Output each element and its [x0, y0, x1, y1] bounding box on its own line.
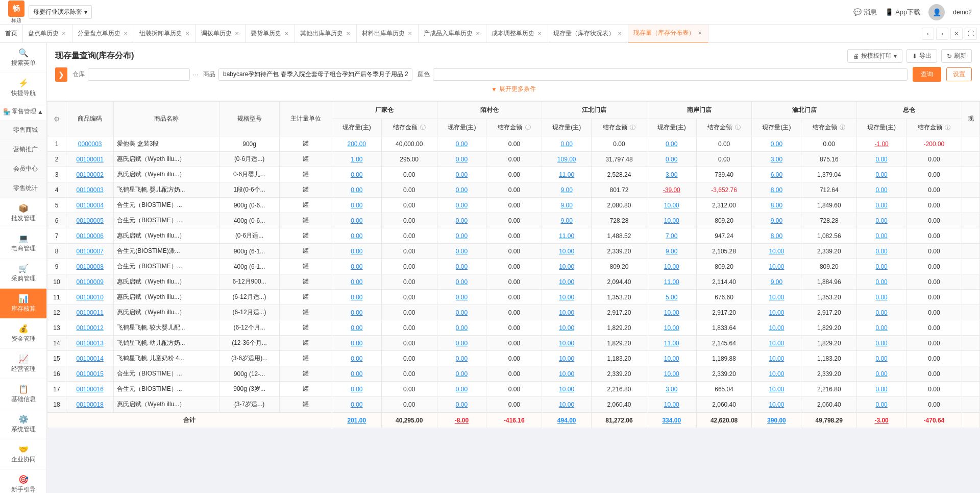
- cell-factory-qty[interactable]: 0.00: [332, 228, 381, 244]
- cell-total-qty[interactable]: 0.00: [857, 244, 906, 259]
- search-btn[interactable]: 查询: [913, 67, 941, 82]
- username[interactable]: demo2: [953, 9, 972, 16]
- cell-mucun-qty[interactable]: 0.00: [437, 167, 486, 182]
- cell-code[interactable]: 00100015: [66, 366, 114, 382]
- cell-total-qty[interactable]: 0.00: [857, 182, 906, 198]
- color-input[interactable]: [433, 68, 908, 81]
- cell-factory-qty[interactable]: 0.00: [332, 290, 381, 305]
- cell-factory-qty[interactable]: 0.00: [332, 274, 381, 290]
- cell-code[interactable]: 00100004: [66, 198, 114, 213]
- tab-requisition[interactable]: 要货单历史 ✕: [246, 25, 295, 43]
- tab-inventory-status-close[interactable]: ✕: [617, 30, 623, 37]
- cell-code[interactable]: 00100018: [66, 397, 114, 413]
- cell-total-qty[interactable]: 0.00: [857, 290, 906, 305]
- cell-yubei-qty[interactable]: 10.00: [752, 259, 801, 274]
- tab-production-close[interactable]: ✕: [475, 30, 481, 37]
- cell-total-qty[interactable]: 0.00: [857, 351, 906, 366]
- cell-yubei-qty[interactable]: 10.00: [752, 382, 801, 397]
- tab-production[interactable]: 产成品入库单历史 ✕: [419, 25, 486, 43]
- message-btn[interactable]: 💬 消息: [853, 8, 877, 17]
- cell-jiangbei-qty[interactable]: 10.00: [542, 382, 592, 397]
- tabs-next-btn[interactable]: ›: [936, 28, 948, 40]
- cell-jiangbei-qty[interactable]: 10.00: [542, 290, 592, 305]
- print-btn[interactable]: 🖨 按模板打印 ▾: [847, 49, 902, 63]
- tab-materialout[interactable]: 材料出库单历史 ✕: [357, 25, 419, 43]
- cell-nanan-qty[interactable]: 0.00: [647, 136, 696, 152]
- cell-yubei-qty[interactable]: 10.00: [752, 320, 801, 336]
- cell-jiangbei-qty[interactable]: 9.00: [542, 182, 592, 198]
- cell-jiangbei-qty[interactable]: 10.00: [542, 244, 592, 259]
- cell-yubei-qty[interactable]: 10.00: [752, 336, 801, 351]
- summary-total-qty[interactable]: -3.00: [857, 412, 906, 428]
- cell-jiangbei-qty[interactable]: 10.00: [542, 351, 592, 366]
- user-avatar[interactable]: 👤: [928, 4, 945, 20]
- cell-jiangbei-qty[interactable]: 0.00: [542, 136, 592, 152]
- sidebar-item-marketing[interactable]: 营销推广: [0, 140, 46, 159]
- cell-factory-qty[interactable]: 0.00: [332, 167, 381, 182]
- cell-factory-qty[interactable]: 0.00: [332, 397, 381, 413]
- factory-amt-info[interactable]: ⓘ: [420, 124, 426, 130]
- cell-nanan-qty[interactable]: 10.00: [647, 366, 696, 382]
- cell-code[interactable]: 00100003: [66, 182, 114, 198]
- cell-yubei-qty[interactable]: 8.00: [752, 198, 801, 213]
- cell-mucun-qty[interactable]: 0.00: [437, 366, 486, 382]
- cell-jiangbei-qty[interactable]: 10.00: [542, 336, 592, 351]
- yubei-amt-info[interactable]: ⓘ: [840, 124, 845, 130]
- sidebar-item-search[interactable]: 🔍 搜索英单: [0, 43, 46, 73]
- cell-mucun-qty[interactable]: 0.00: [437, 198, 486, 213]
- table-wrapper[interactable]: ⚙ 商品编码 商品名称 规格型号 主计量单位 厂家仓 陌村仓 江北门店 南岸门店…: [47, 101, 980, 428]
- cell-nanan-qty[interactable]: 7.00: [647, 228, 696, 244]
- tab-stocksplit-close[interactable]: ✕: [122, 30, 129, 37]
- cell-jiangbei-qty[interactable]: 10.00: [542, 366, 592, 382]
- cell-nanan-qty[interactable]: 10.00: [647, 259, 696, 274]
- cell-mucun-qty[interactable]: 0.00: [437, 320, 486, 336]
- cell-code[interactable]: 00100008: [66, 259, 114, 274]
- mucun-amt-info[interactable]: ⓘ: [525, 124, 531, 130]
- cell-yubei-qty[interactable]: 10.00: [752, 305, 801, 320]
- product-input[interactable]: [218, 68, 412, 81]
- sidebar-item-purchase[interactable]: 🛒 采购管理: [0, 259, 46, 289]
- nanan-amt-info[interactable]: ⓘ: [735, 124, 741, 130]
- cell-factory-qty[interactable]: 0.00: [332, 259, 381, 274]
- jiangbei-amt-info[interactable]: ⓘ: [630, 124, 635, 130]
- cell-code[interactable]: 00100006: [66, 228, 114, 244]
- cell-total-qty[interactable]: 0.00: [857, 213, 906, 228]
- cell-total-qty[interactable]: 0.00: [857, 366, 906, 382]
- cell-jiangbei-qty[interactable]: 9.00: [542, 213, 592, 228]
- cell-code[interactable]: 00100009: [66, 274, 114, 290]
- cell-code[interactable]: 00100005: [66, 213, 114, 228]
- cell-factory-qty[interactable]: 0.00: [332, 213, 381, 228]
- cell-nanan-qty[interactable]: 9.00: [647, 244, 696, 259]
- cell-mucun-qty[interactable]: 0.00: [437, 305, 486, 320]
- warehouse-input[interactable]: [88, 68, 190, 81]
- cell-jiangbei-qty[interactable]: 10.00: [542, 397, 592, 413]
- cell-total-qty[interactable]: 0.00: [857, 274, 906, 290]
- cell-jiangbei-qty[interactable]: 11.00: [542, 167, 592, 182]
- cell-yubei-qty[interactable]: 9.00: [752, 274, 801, 290]
- cell-yubei-qty[interactable]: 9.00: [752, 213, 801, 228]
- cell-mucun-qty[interactable]: 0.00: [437, 244, 486, 259]
- cell-code[interactable]: 00100011: [66, 305, 114, 320]
- tab-inventory-dist[interactable]: 现存量（库存分布表） ✕: [628, 25, 708, 43]
- cell-yubei-qty[interactable]: 10.00: [752, 351, 801, 366]
- cell-code[interactable]: 00100012: [66, 320, 114, 336]
- cell-code[interactable]: 00100001: [66, 152, 114, 167]
- cell-total-qty[interactable]: 0.00: [857, 305, 906, 320]
- tab-inventory-dist-close[interactable]: ✕: [697, 29, 703, 37]
- cell-factory-qty[interactable]: 0.00: [332, 382, 381, 397]
- total-amt-info[interactable]: ⓘ: [945, 124, 950, 130]
- cell-total-qty[interactable]: 0.00: [857, 397, 906, 413]
- tab-materialout-close[interactable]: ✕: [407, 30, 413, 37]
- cell-factory-qty[interactable]: 0.00: [332, 320, 381, 336]
- cell-factory-qty[interactable]: 0.00: [332, 182, 381, 198]
- cell-jiangbei-qty[interactable]: 9.00: [542, 198, 592, 213]
- cell-nanan-qty[interactable]: 3.00: [647, 382, 696, 397]
- cell-factory-qty[interactable]: 1.00: [332, 152, 381, 167]
- cell-mucun-qty[interactable]: 0.00: [437, 397, 486, 413]
- refresh-btn[interactable]: ↻ 刷新: [941, 49, 972, 63]
- cell-mucun-qty[interactable]: 0.00: [437, 336, 486, 351]
- tab-home[interactable]: 首页: [0, 25, 23, 43]
- cell-total-qty[interactable]: 0.00: [857, 320, 906, 336]
- cell-jiangbei-qty[interactable]: 10.00: [542, 320, 592, 336]
- cell-nanan-qty[interactable]: 11.00: [647, 336, 696, 351]
